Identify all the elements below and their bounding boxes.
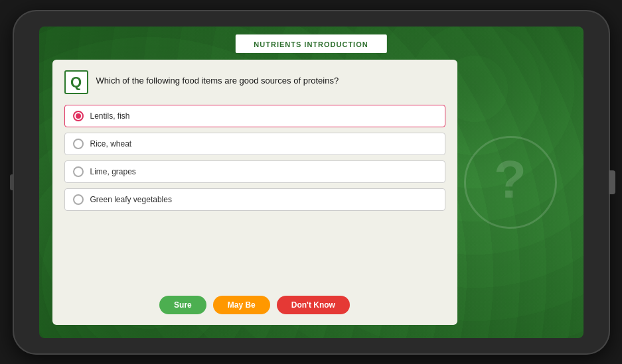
tablet-side-button [10, 174, 14, 190]
option-label-3: Lime, grapes [90, 167, 136, 176]
option-label-2: Rice, wheat [90, 139, 132, 149]
header-banner: NUTRIENTS INTRODUCTION [235, 34, 386, 53]
content-card: Q Which of the following food items are … [52, 60, 457, 325]
question-row: Q Which of the following food items are … [64, 70, 445, 94]
options-list: Lentils, fish Rice, wheat Lime, grapes [64, 105, 445, 286]
tablet-screen: ? NUTRIENTS INTRODUCTION Q Which of the … [39, 27, 583, 338]
option-item-1[interactable]: Lentils, fish [64, 105, 445, 127]
watermark-circle: ? [464, 136, 557, 229]
radio-inner-1 [76, 113, 81, 119]
radio-button-1 [73, 111, 84, 121]
action-buttons: Sure May Be Don't Know [64, 296, 445, 314]
tablet-power-button [609, 170, 615, 194]
question-badge: Q [64, 70, 88, 94]
maybe-button[interactable]: May Be [213, 296, 270, 314]
radio-button-2 [73, 139, 84, 149]
option-item-3[interactable]: Lime, grapes [64, 160, 445, 183]
option-item-2[interactable]: Rice, wheat [64, 133, 445, 155]
option-item-4[interactable]: Green leafy vegetables [64, 188, 445, 211]
header-title: NUTRIENTS INTRODUCTION [254, 40, 368, 48]
radio-button-3 [73, 166, 84, 177]
option-label-1: Lentils, fish [90, 111, 130, 121]
q-letter: Q [70, 75, 82, 90]
dontknow-button[interactable]: Don't Know [277, 296, 350, 314]
radio-button-4 [73, 194, 84, 205]
watermark-qmark-icon: ? [494, 153, 526, 206]
option-label-4: Green leafy vegetables [90, 195, 172, 204]
sure-button[interactable]: Sure [159, 296, 206, 314]
tablet-device: ? NUTRIENTS INTRODUCTION Q Which of the … [13, 10, 610, 355]
question-text: Which of the following food items are go… [96, 70, 339, 88]
